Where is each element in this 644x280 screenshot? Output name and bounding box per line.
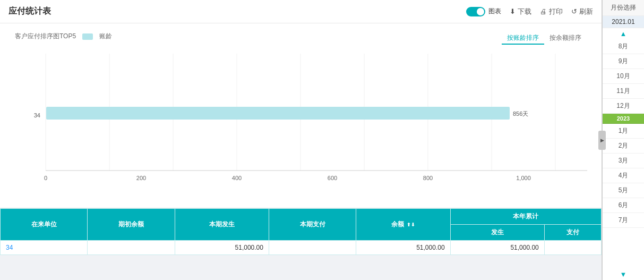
svg-text:856天: 856天 bbox=[513, 111, 528, 117]
chevron-right-icon: ▶ bbox=[600, 138, 604, 143]
svg-text:800: 800 bbox=[423, 175, 433, 181]
month-item[interactable]: 12月 bbox=[603, 99, 644, 114]
month-item[interactable]: 9月 bbox=[603, 54, 644, 69]
print-button[interactable]: 🖨 打印 bbox=[540, 7, 563, 16]
right-panel: ▶ 月份选择 2021.01 ▲ 8月9月10月11月12月20231月2月3月… bbox=[602, 0, 644, 280]
sort-by-age-button[interactable]: 按账龄排序 bbox=[502, 32, 544, 45]
chart-section: 客户应付排序图TOP5 账龄 按账龄排序 按余额排序 bbox=[0, 23, 602, 208]
table-section: 在来单位 期初余额 本期发生 本期支付 余额 ⬆⬇ 本年累计 发生 支付 bbox=[0, 208, 602, 280]
col-opening: 期初余额 bbox=[88, 209, 175, 241]
panel-collapse-button[interactable]: ▶ bbox=[598, 131, 606, 150]
month-item[interactable]: 11月 bbox=[603, 84, 644, 99]
download-icon: ⬇ bbox=[510, 7, 516, 15]
cell-current-pay bbox=[269, 241, 356, 255]
svg-text:0: 0 bbox=[44, 175, 47, 181]
legend-label: 账龄 bbox=[99, 32, 112, 41]
month-item[interactable]: 2023 bbox=[603, 114, 644, 124]
month-item[interactable]: 3月 bbox=[603, 154, 644, 168]
chart-toggle-wrap[interactable]: 图表 bbox=[466, 7, 501, 16]
chart-sort-buttons: 按账龄排序 按余额排序 bbox=[502, 32, 587, 45]
chevron-down-icon: ▼ bbox=[620, 270, 627, 278]
scroll-down-button[interactable]: ▼ bbox=[603, 269, 644, 280]
current-month-display[interactable]: 2021.01 bbox=[603, 16, 644, 28]
refresh-label: 刷新 bbox=[579, 7, 593, 16]
chevron-up-icon: ▲ bbox=[620, 30, 627, 38]
month-item[interactable]: 6月 bbox=[603, 198, 644, 213]
chart-legend-title: 客户应付排序图TOP5 bbox=[15, 32, 76, 41]
cell-current-occur: 51,000.00 bbox=[175, 241, 269, 255]
col-ytd: 本年累计 bbox=[450, 209, 601, 225]
scroll-up-button[interactable]: ▲ bbox=[603, 28, 644, 39]
cell-ytd-occur: 51,000.00 bbox=[450, 241, 544, 255]
month-selector-title: 月份选择 bbox=[603, 0, 644, 16]
table-header-main: 在来单位 期初余额 本期发生 本期支付 余额 ⬆⬇ 本年累计 bbox=[1, 209, 602, 225]
col-balance: 余额 ⬆⬇ bbox=[356, 209, 450, 241]
svg-text:400: 400 bbox=[232, 175, 242, 181]
month-item[interactable]: 4月 bbox=[603, 168, 644, 183]
svg-rect-11 bbox=[46, 107, 510, 120]
svg-text:200: 200 bbox=[136, 175, 146, 181]
month-item[interactable]: 2月 bbox=[603, 139, 644, 154]
svg-text:1,000: 1,000 bbox=[516, 175, 531, 181]
chart-toggle-label: 图表 bbox=[488, 7, 501, 16]
col-current-occur: 本期发生 bbox=[175, 209, 269, 241]
header-actions: 图表 ⬇ 下载 🖨 打印 ↺ 刷新 bbox=[466, 7, 593, 16]
col-ytd-occur: 发生 bbox=[450, 225, 544, 241]
bar-chart-svg: 34 856天 0 200 400 600 800 1,000 bbox=[14, 48, 593, 192]
chart-toggle[interactable] bbox=[466, 7, 485, 16]
svg-text:600: 600 bbox=[328, 175, 337, 181]
sort-by-balance-button[interactable]: 按余额排序 bbox=[544, 32, 587, 45]
page-title: 应付统计表 bbox=[8, 6, 51, 17]
refresh-icon: ↺ bbox=[571, 7, 577, 15]
cell-ytd-pay bbox=[544, 241, 601, 255]
cell-opening bbox=[88, 241, 175, 255]
download-label: 下载 bbox=[518, 7, 531, 16]
month-item[interactable]: 10月 bbox=[603, 69, 644, 84]
bar-chart-container: 34 856天 0 200 400 600 800 1,000 bbox=[14, 48, 593, 202]
cell-balance: 51,000.00 bbox=[356, 241, 450, 255]
month-item[interactable]: 8月 bbox=[603, 39, 644, 54]
month-item[interactable]: 5月 bbox=[603, 183, 644, 198]
print-icon: 🖨 bbox=[540, 7, 547, 15]
month-item[interactable]: 7月 bbox=[603, 213, 644, 228]
download-button[interactable]: ⬇ 下载 bbox=[510, 7, 531, 16]
table-row: 34 51,000.00 51,000.00 51,000.00 bbox=[1, 241, 602, 255]
balance-sort-icon: ⬆⬇ bbox=[407, 222, 415, 227]
data-table: 在来单位 期初余额 本期发生 本期支付 余额 ⬆⬇ 本年累计 发生 支付 bbox=[0, 208, 602, 255]
month-item[interactable]: 1月 bbox=[603, 124, 644, 139]
refresh-button[interactable]: ↺ 刷新 bbox=[571, 7, 593, 16]
cell-origin[interactable]: 34 bbox=[1, 241, 88, 255]
col-ytd-pay: 支付 bbox=[544, 225, 601, 241]
col-current-pay: 本期支付 bbox=[269, 209, 356, 241]
month-list: 8月9月10月11月12月20231月2月3月4月5月6月7月 bbox=[603, 39, 644, 269]
print-label: 打印 bbox=[549, 7, 563, 16]
chart-legend: 客户应付排序图TOP5 账龄 bbox=[15, 32, 112, 41]
svg-text:34: 34 bbox=[34, 112, 40, 118]
table-body: 34 51,000.00 51,000.00 51,000.00 bbox=[1, 241, 602, 255]
col-origin: 在来单位 bbox=[1, 209, 88, 241]
chart-topbar: 客户应付排序图TOP5 账龄 按账龄排序 按余额排序 bbox=[8, 29, 593, 48]
legend-color-box bbox=[82, 33, 93, 40]
